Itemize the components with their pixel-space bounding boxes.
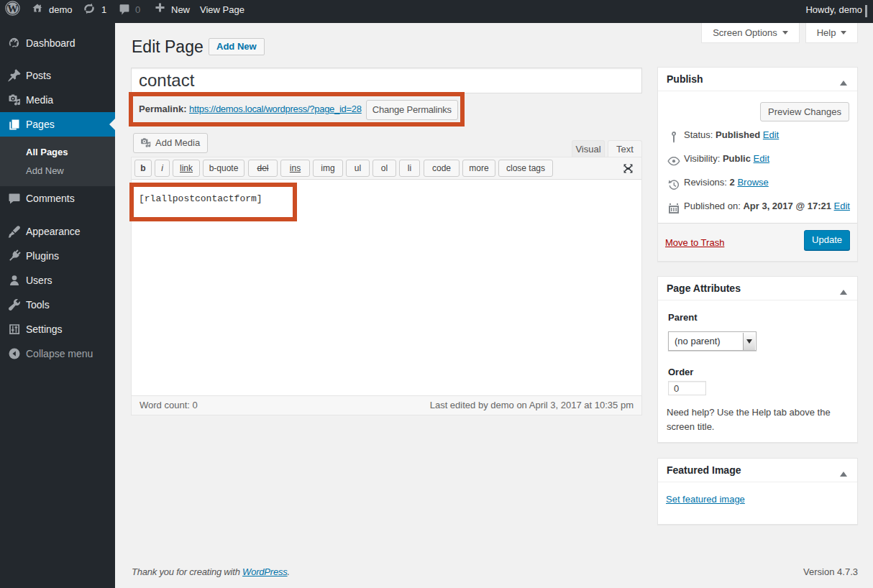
- svg-text:W: W: [7, 3, 18, 14]
